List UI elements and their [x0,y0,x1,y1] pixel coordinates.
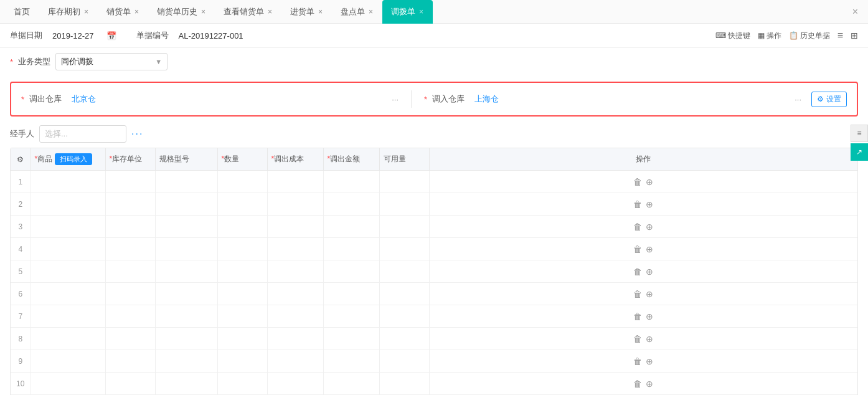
business-type-label: 业务类型 [18,56,50,67]
delete-row-button[interactable]: 🗑 [633,199,642,209]
tab-close-sales[interactable]: × [134,7,139,16]
shortcut-button[interactable]: ⌨ 快捷键 [715,31,750,41]
toolbar-area: ⌨ 快捷键 ▦ 操作 📋 历史单据 ≡ ⊞ [715,30,858,41]
number-value: AL-20191227-001 [179,31,243,40]
out-warehouse-more[interactable]: ··· [392,95,399,104]
tab-close-transfer[interactable]: × [419,7,423,16]
table-row: 4 🗑 ⊕ [11,238,857,260]
copy-row-button[interactable]: ⊕ [646,244,653,254]
row-product[interactable] [31,171,105,193]
tab-sales-order[interactable]: 销货单 × [98,0,148,24]
row-unit [105,328,155,350]
row-product[interactable] [31,216,105,238]
calendar-icon[interactable]: 📅 [106,31,116,40]
row-amount [323,373,379,395]
scan-button[interactable]: 扫码录入 [55,153,92,165]
history-button[interactable]: 📋 历史单据 [789,31,830,41]
row-qty [217,171,267,193]
tab-close-stocktake[interactable]: × [369,7,373,16]
row-cost [267,193,323,216]
row-product[interactable] [31,260,105,283]
in-warehouse-more[interactable]: ··· [795,95,801,104]
items-table-container: ⚙ *商品 扫码录入 *库存单位 规格型号 *数量 *调出成本 *调出金额 可用… [10,148,858,395]
copy-row-button[interactable]: ⊕ [646,379,653,389]
operate-button[interactable]: ▦ 操作 [758,31,781,41]
copy-row-button[interactable]: ⊕ [646,199,653,209]
row-spec [155,216,217,238]
tab-view-sales[interactable]: 查看销货单 × [215,0,281,24]
delete-row-button[interactable]: 🗑 [633,312,642,321]
out-warehouse-value: 北京仓 [72,93,96,105]
operate-icon: ▦ [758,31,765,40]
tab-home[interactable]: 首页 [5,0,39,24]
delete-row-button[interactable]: 🗑 [633,222,642,232]
copy-row-button[interactable]: ⊕ [646,356,653,366]
table-row: 1 🗑 ⊕ [11,171,857,193]
row-available [379,171,429,193]
row-product[interactable] [31,373,105,395]
copy-row-button[interactable]: ⊕ [646,267,653,277]
row-amount [323,193,379,216]
business-type-select[interactable]: 同价调拨 ▼ [55,53,167,70]
row-actions: 🗑 ⊕ [429,238,857,260]
row-unit [105,260,155,283]
row-amount [323,350,379,373]
copy-row-button[interactable]: ⊕ [646,312,653,321]
delete-row-button[interactable]: 🗑 [633,177,642,187]
history-icon: 📋 [789,31,798,40]
delete-row-button[interactable]: 🗑 [633,244,642,254]
row-available [379,193,429,216]
row-product[interactable] [31,328,105,350]
copy-row-button[interactable]: ⊕ [646,177,653,187]
tab-stocktake[interactable]: 盘点单 × [332,0,382,24]
col-gear[interactable]: ⚙ [11,148,31,171]
row-number: 1 [11,171,31,193]
delete-row-button[interactable]: 🗑 [633,334,642,344]
delete-row-button[interactable]: 🗑 [633,289,642,299]
tab-purchase[interactable]: 进货单 × [281,0,332,24]
delete-row-button[interactable]: 🗑 [633,356,642,366]
window-close-button[interactable]: × [852,6,858,17]
float-list-button[interactable]: ≡ [851,125,868,142]
warehouse-in-section: * 调入仓库 上海仓 ··· [424,93,801,105]
handler-select[interactable]: 选择... [39,125,126,143]
row-number: 4 [11,238,31,260]
copy-row-button[interactable]: ⊕ [646,222,653,232]
row-product[interactable] [31,238,105,260]
settings-button[interactable]: ⚙ 设置 [811,92,847,107]
delete-row-button[interactable]: 🗑 [633,267,642,277]
business-required-star: * [10,57,13,67]
row-amount [323,283,379,305]
tab-close-view-sales[interactable]: × [268,7,272,16]
row-product[interactable] [31,305,105,328]
tab-close-inventory[interactable]: × [84,7,88,16]
copy-row-button[interactable]: ⊕ [646,289,653,299]
layout-list-button[interactable]: ≡ [837,30,843,41]
gear-header-icon: ⚙ [17,155,24,164]
layout-grid-button[interactable]: ⊞ [851,31,858,40]
row-product[interactable] [31,350,105,373]
row-amount [323,328,379,350]
tab-close-purchase[interactable]: × [318,7,323,16]
copy-row-button[interactable]: ⊕ [646,334,653,344]
row-cost [267,260,323,283]
row-product[interactable] [31,193,105,216]
tab-inventory-init[interactable]: 库存期初 × [39,0,98,24]
tab-sales-history[interactable]: 销货单历史 × [148,0,215,24]
tab-close-sales-history[interactable]: × [201,7,205,16]
row-cost [267,328,323,350]
row-spec [155,350,217,373]
row-unit [105,373,155,395]
delete-row-button[interactable]: 🗑 [633,379,642,389]
col-cost: *调出成本 [267,148,323,171]
tab-transfer[interactable]: 调拨单 × [382,0,433,24]
row-product[interactable] [31,283,105,305]
in-warehouse-value: 上海仓 [474,93,499,105]
in-warehouse-star: * [424,95,427,104]
float-expand-button[interactable]: ↗ [851,143,868,161]
business-type-row: * 业务类型 同价调拨 ▼ [0,48,868,75]
row-number: 9 [11,350,31,373]
handler-more-button[interactable]: ··· [131,128,143,140]
gear-icon: ⚙ [817,95,824,103]
col-actions: 操作 [429,148,857,171]
